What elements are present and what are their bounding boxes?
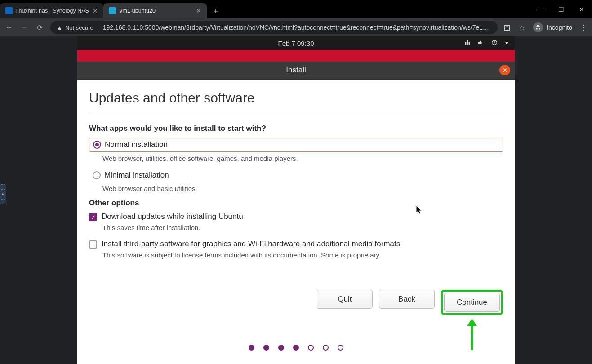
- close-installer-button[interactable]: ✕: [499, 65, 510, 75]
- menu-icon[interactable]: ⋮: [580, 23, 588, 32]
- third-party-desc: This software is subject to license term…: [102, 251, 503, 259]
- radio-icon: [93, 141, 101, 149]
- close-tab-icon[interactable]: ✕: [93, 7, 98, 14]
- back-button[interactable]: Back: [379, 290, 435, 309]
- bookmark-icon[interactable]: ☆: [519, 23, 525, 32]
- saved-password-icon[interactable]: ⚿: [504, 24, 511, 31]
- checkbox-icon: [89, 240, 97, 249]
- radio-icon: [93, 171, 101, 179]
- progress-dot: [308, 345, 314, 351]
- warning-icon: ▲: [57, 24, 62, 31]
- installer-button-row: Quit Back Continue: [317, 290, 503, 315]
- continue-button[interactable]: Continue: [444, 293, 500, 312]
- checkbox-icon: ✓: [89, 213, 97, 221]
- reload-button[interactable]: ⟳: [35, 23, 44, 32]
- page-content: • •• •▸• •• • Feb 7 09:30 ▼ Install: [0, 36, 592, 364]
- installer-title: Install: [286, 66, 306, 75]
- forward-button[interactable]: →: [20, 23, 29, 31]
- quit-button[interactable]: Quit: [317, 290, 373, 309]
- volume-icon[interactable]: [477, 39, 485, 48]
- checkbox-label: Install third-party software for graphic…: [102, 240, 400, 249]
- divider: [89, 113, 503, 113]
- tab-title: vm1-ubuntu20: [120, 8, 156, 14]
- radio-label: Normal installation: [105, 140, 168, 149]
- network-icon[interactable]: [464, 39, 471, 48]
- minimal-desc: Web browser and basic utilities.: [102, 185, 503, 192]
- power-icon[interactable]: [491, 39, 498, 48]
- security-indicator[interactable]: ▲ Not secure: [57, 24, 93, 31]
- clock[interactable]: Feb 7 09:30: [278, 40, 314, 47]
- radio-normal-installation[interactable]: Normal installation: [89, 138, 503, 152]
- incognito-label: Incognito: [547, 24, 572, 31]
- progress-dot: [249, 345, 254, 351]
- button-label: Back: [398, 295, 415, 304]
- incognito-indicator[interactable]: Incognito: [533, 22, 572, 32]
- address-bar[interactable]: ▲ Not secure 192.168.0.110:5000/webman/3…: [50, 21, 498, 34]
- other-options-heading: Other options: [89, 199, 503, 208]
- url-text: 192.168.0.110:5000/webman/3rdparty/Virtu…: [103, 24, 489, 31]
- progress-dot: [263, 345, 269, 351]
- installer-titlebar: Install ✕: [77, 62, 515, 80]
- svg-marker-3: [467, 319, 477, 326]
- tab-vm1-ubuntu20[interactable]: vm1-ubuntu20 ✕: [103, 3, 207, 18]
- vnc-viewport[interactable]: Feb 7 09:30 ▼ Install ✕ Updates and othe: [77, 36, 515, 364]
- progress-dot: [278, 345, 284, 351]
- desktop-strip: [77, 50, 515, 62]
- close-window-button[interactable]: ✕: [571, 0, 592, 18]
- ubuntu-top-bar: Feb 7 09:30 ▼: [77, 36, 515, 50]
- chevron-down-icon[interactable]: ▼: [504, 40, 509, 46]
- incognito-icon: [533, 22, 543, 32]
- close-tab-icon[interactable]: ✕: [196, 7, 201, 14]
- maximize-button[interactable]: ☐: [551, 0, 571, 18]
- favicon-dsm-icon: [5, 7, 13, 14]
- page-heading: Updates and other software: [89, 90, 503, 106]
- checkbox-download-updates[interactable]: ✓ Download updates while installing Ubun…: [89, 212, 503, 221]
- window-controls: — ☐ ✕: [530, 0, 592, 18]
- button-label: Continue: [457, 298, 487, 307]
- browser-tabstrip: linuxhint-nas - Synology NAS ✕ vm1-ubunt…: [0, 0, 592, 18]
- separator: [98, 23, 98, 31]
- new-tab-button[interactable]: ＋: [209, 4, 222, 17]
- download-updates-desc: This saves time after installation.: [102, 224, 503, 231]
- favicon-vnc-icon: [109, 7, 116, 14]
- button-label: Quit: [338, 295, 352, 304]
- radio-label: Minimal installation: [104, 171, 169, 180]
- tab-title: linuxhint-nas - Synology NAS: [16, 8, 89, 14]
- novnc-panel-handle[interactable]: • •• •▸• •• •: [0, 184, 6, 204]
- tab-synology[interactable]: linuxhint-nas - Synology NAS ✕: [0, 3, 103, 18]
- progress-dots: [77, 345, 515, 351]
- progress-dot: [293, 345, 299, 351]
- install-question: What apps would you like to install to s…: [89, 124, 503, 133]
- back-button[interactable]: ←: [4, 23, 13, 31]
- progress-dot: [338, 345, 343, 351]
- browser-toolbar: ← → ⟳ ▲ Not secure 192.168.0.110:5000/we…: [0, 18, 592, 36]
- radio-minimal-installation[interactable]: Minimal installation: [89, 169, 503, 182]
- progress-dot: [323, 345, 329, 351]
- normal-desc: Web browser, utilities, office software,…: [102, 155, 503, 162]
- security-label: Not secure: [65, 24, 93, 31]
- installer-body: Updates and other software What apps wou…: [77, 80, 515, 362]
- checkbox-third-party[interactable]: Install third-party software for graphic…: [89, 240, 503, 249]
- highlight-box: Continue: [441, 290, 503, 315]
- checkbox-label: Download updates while installing Ubuntu: [102, 212, 243, 221]
- minimize-button[interactable]: —: [530, 0, 551, 18]
